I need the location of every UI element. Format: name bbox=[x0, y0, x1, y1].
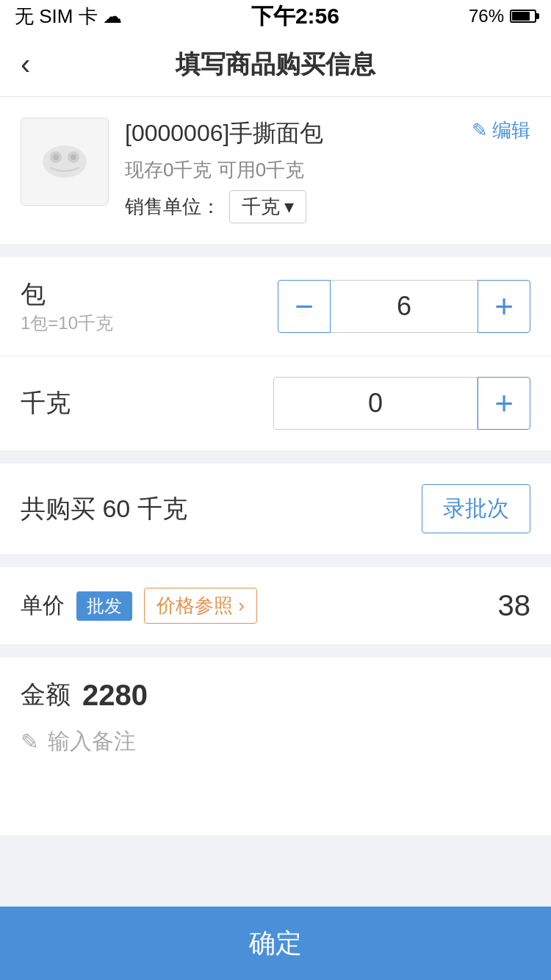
spacer bbox=[0, 849, 551, 907]
unit-label: 销售单位： bbox=[125, 194, 220, 220]
price-row: 单价 批发 价格参照 › 38 bbox=[21, 588, 530, 624]
remark-placeholder: 输入备注 bbox=[48, 727, 136, 757]
svg-point-4 bbox=[71, 154, 76, 160]
amount-row: 金额 2280 bbox=[21, 678, 530, 712]
bag-label-wrap: 包 1包=10千克 bbox=[21, 278, 138, 335]
summary-row: 共购买 60 千克 录批次 bbox=[0, 464, 551, 554]
kg-label-wrap: 千克 bbox=[21, 386, 138, 420]
product-unit-row: 销售单位： 千克 ▾ bbox=[125, 190, 530, 223]
battery-percent: 76% bbox=[469, 6, 504, 26]
kg-label: 千克 bbox=[21, 386, 138, 420]
bag-hint: 1包=10千克 bbox=[21, 311, 138, 335]
pencil-icon: ✎ bbox=[21, 729, 39, 754]
kg-controls: + bbox=[273, 377, 530, 430]
batch-button[interactable]: 录批次 bbox=[422, 484, 530, 533]
input-section: 包 1包=10千克 − + 千克 + bbox=[0, 257, 551, 450]
edit-icon: ✎ bbox=[472, 119, 488, 142]
page-title: 填写商品购买信息 bbox=[176, 48, 375, 82]
amount-value: 2280 bbox=[82, 679, 148, 712]
back-button[interactable]: ‹ bbox=[21, 48, 30, 81]
remark-row[interactable]: ✎ 输入备注 bbox=[21, 727, 530, 757]
chevron-down-icon: ▾ bbox=[284, 195, 294, 218]
edit-button[interactable]: ✎ 编辑 bbox=[472, 118, 530, 143]
product-info: [0000006]手撕面包 ✎ 编辑 现存0千克 可用0千克 销售单位： 千克 … bbox=[125, 118, 530, 223]
kg-plus-button[interactable]: + bbox=[478, 377, 530, 430]
amount-label: 金额 bbox=[21, 678, 71, 712]
battery-icon bbox=[510, 10, 536, 23]
summary-text: 共购买 60 千克 bbox=[21, 492, 187, 526]
price-ref-button[interactable]: 价格参照 › bbox=[144, 588, 257, 624]
price-section: 单价 批发 价格参照 › 38 bbox=[0, 567, 551, 644]
confirm-button[interactable]: 确定 bbox=[0, 907, 551, 980]
edit-label: 编辑 bbox=[492, 118, 530, 143]
kg-input-row: 千克 + bbox=[0, 356, 551, 450]
product-stock: 现存0千克 可用0千克 bbox=[125, 157, 530, 183]
product-card: [0000006]手撕面包 ✎ 编辑 现存0千克 可用0千克 销售单位： 千克 … bbox=[0, 97, 551, 244]
amount-section: 金额 2280 ✎ 输入备注 bbox=[0, 657, 551, 835]
bag-controls: − + bbox=[278, 280, 530, 333]
unit-select[interactable]: 千克 ▾ bbox=[229, 190, 306, 223]
nav-bar: ‹ 填写商品购买信息 bbox=[0, 32, 551, 97]
svg-point-3 bbox=[53, 154, 59, 160]
price-tag: 批发 bbox=[76, 591, 132, 621]
bag-label: 包 bbox=[21, 278, 138, 311]
price-label: 单价 bbox=[21, 591, 65, 621]
confirm-label: 确定 bbox=[249, 926, 302, 962]
status-signal: 无 SIM 卡 ☁ bbox=[15, 4, 122, 29]
bag-minus-button[interactable]: − bbox=[278, 280, 331, 333]
unit-value: 千克 bbox=[242, 194, 280, 220]
product-name: [0000006]手撕面包 bbox=[125, 118, 323, 150]
product-thumbnail bbox=[21, 118, 109, 206]
svg-point-0 bbox=[43, 145, 87, 178]
bag-plus-button[interactable]: + bbox=[478, 280, 530, 333]
status-battery-area: 76% bbox=[469, 6, 536, 26]
status-bar: 无 SIM 卡 ☁ 下午2:56 76% bbox=[0, 0, 551, 32]
bag-input-row: 包 1包=10千克 − + bbox=[0, 257, 551, 356]
price-value: 38 bbox=[498, 589, 531, 622]
status-time: 下午2:56 bbox=[251, 1, 339, 32]
kg-quantity-input[interactable] bbox=[273, 377, 478, 430]
bag-quantity-input[interactable] bbox=[331, 280, 478, 333]
product-image bbox=[35, 140, 94, 184]
